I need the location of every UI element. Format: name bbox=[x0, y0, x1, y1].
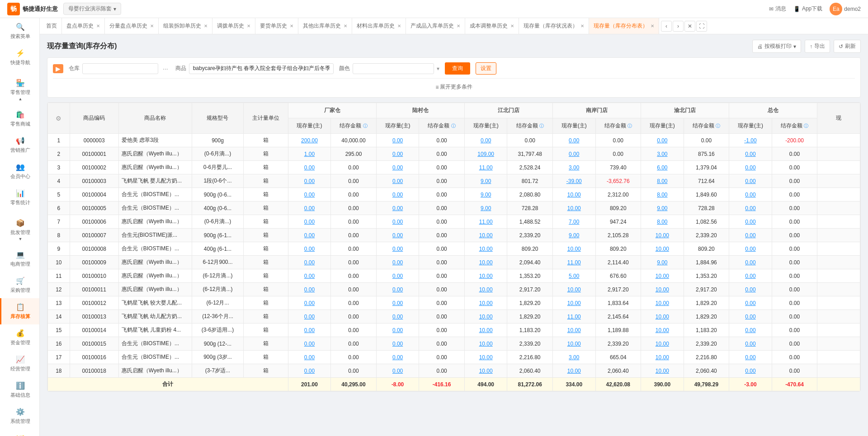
td-total-qty: 0.00 bbox=[729, 215, 772, 229]
app-download-action[interactable]: 📱 App下载 bbox=[793, 5, 822, 13]
sidebar-item-operations[interactable]: 📈 经营管理 bbox=[0, 351, 39, 377]
gear-icon[interactable]: ⚙ bbox=[56, 115, 61, 122]
tab-spot[interactable]: 盘点单历史 ✕ bbox=[62, 18, 105, 34]
tab-home[interactable]: 首页 bbox=[42, 18, 62, 34]
filter-collapse-btn[interactable]: ▶ bbox=[53, 64, 63, 73]
th-jb: 江北门店 bbox=[464, 103, 552, 118]
td-yb-amt: 1,829.20 bbox=[684, 296, 729, 310]
export-icon: ↑ bbox=[810, 43, 812, 50]
td-lu-amt: 0.00 bbox=[419, 134, 464, 147]
color-input[interactable] bbox=[353, 63, 434, 74]
color-dropdown-icon: ▾ bbox=[437, 66, 439, 72]
tab-cost-adj[interactable]: 成本调整单历史 ✕ bbox=[465, 18, 519, 34]
total-extra bbox=[817, 378, 860, 391]
td-jb-amt: 31,797.48 bbox=[507, 147, 552, 161]
sidebar-item-enterprise[interactable]: 🤝 企业协同 bbox=[0, 429, 39, 436]
sidebar-item-wholesale[interactable]: 📦 批发管理 ▼ bbox=[0, 214, 39, 246]
search-button[interactable]: 查询 bbox=[445, 62, 470, 75]
tab-spot-dist[interactable]: 分量盘点单历史 ✕ bbox=[105, 18, 159, 34]
industry-selector[interactable]: 母婴行业演示陈套 ▾ bbox=[63, 3, 121, 15]
tab-product-in[interactable]: 产成品入库单历史 ✕ bbox=[406, 18, 465, 34]
tab-other-out[interactable]: 其他出库单历史 ✕ bbox=[298, 18, 352, 34]
tab-product-in-close[interactable]: ✕ bbox=[457, 23, 460, 28]
tab-transfer-close[interactable]: ✕ bbox=[247, 23, 250, 28]
td-jb-qty: 10.00 bbox=[464, 351, 507, 364]
tab-stock-dist[interactable]: 现存量（库存分布表） ✕ bbox=[589, 18, 659, 34]
message-label: 消息 bbox=[775, 5, 786, 13]
tab-spot-close[interactable]: ✕ bbox=[96, 23, 100, 28]
sidebar-item-retail-store[interactable]: 🛍️ 零售商城 bbox=[0, 106, 39, 132]
tab-requisition[interactable]: 要货单历史 ✕ bbox=[255, 18, 298, 34]
sidebar-item-purchase[interactable]: 🛒 采购管理 bbox=[0, 272, 39, 298]
td-na-amt: 2,145.64 bbox=[595, 310, 641, 323]
tab-spot-dist-label: 分量盘点单历史 bbox=[109, 22, 147, 30]
td-jb-amt: 2,094.40 bbox=[507, 256, 552, 269]
sidebar-item-retail[interactable]: 🏪 零售管理 ▲ bbox=[0, 74, 39, 106]
industry-label: 母婴行业演示陈套 bbox=[68, 5, 112, 13]
tab-material-out-close[interactable]: ✕ bbox=[397, 23, 401, 28]
tab-stock-status[interactable]: 现存量（库存状况表） ✕ bbox=[519, 18, 589, 34]
td-yb-amt: 1,379.04 bbox=[684, 161, 729, 174]
sidebar-item-ecommerce[interactable]: 💻 电商管理 bbox=[0, 246, 39, 272]
sidebar-item-member[interactable]: 👥 会员中心 bbox=[0, 158, 39, 184]
message-action[interactable]: ✉ 消息 bbox=[769, 5, 786, 13]
tab-bar: 首页 盘点单历史 ✕ 分量盘点单历史 ✕ 组装拆卸单历史 ✕ 调拨单历史 ✕ 要… bbox=[40, 18, 868, 34]
td-jb-amt: 809.20 bbox=[507, 242, 552, 256]
td-yb-qty: 10.00 bbox=[641, 364, 684, 378]
sidebar-item-marketing[interactable]: 📢 营销推广 bbox=[0, 132, 39, 158]
total-yb-amt: 49,798.29 bbox=[684, 378, 729, 391]
td-total-amt: 0.00 bbox=[772, 351, 817, 364]
tab-cost-adj-close[interactable]: ✕ bbox=[510, 23, 514, 28]
username: demo2 bbox=[844, 6, 861, 12]
expand-btn[interactable]: ≡ 展开更多条件 bbox=[432, 81, 476, 93]
td-fac-amt: 0.00 bbox=[331, 215, 376, 229]
tab-close-all-btn[interactable]: ✕ bbox=[684, 21, 695, 32]
print-button[interactable]: 🖨 按模板打印 ▾ bbox=[752, 40, 801, 53]
sidebar-item-finance[interactable]: 💰 资金管理 bbox=[0, 324, 39, 351]
table-row: 8 00100007 合生元(BIOSTIME)派... 900g (6-1..… bbox=[48, 229, 860, 242]
tab-expand-btn[interactable]: ⛶ bbox=[696, 21, 707, 32]
export-button[interactable]: ↑ 导出 bbox=[805, 40, 830, 53]
tab-transfer[interactable]: 调拨单历史 ✕ bbox=[212, 18, 255, 34]
tab-stock-dist-close[interactable]: ✕ bbox=[651, 23, 654, 28]
td-fac-amt: 0.00 bbox=[331, 269, 376, 283]
warehouse-dots-btn[interactable]: ··· bbox=[161, 65, 170, 72]
tab-combo-close[interactable]: ✕ bbox=[204, 23, 208, 28]
sidebar-item-inventory[interactable]: 📋 库存核算 bbox=[0, 298, 39, 324]
refresh-button[interactable]: ↺ 刷新 bbox=[834, 40, 861, 53]
td-yb-amt: 1,884.96 bbox=[684, 256, 729, 269]
tab-other-out-close[interactable]: ✕ bbox=[344, 23, 347, 28]
td-lu-qty: 0.00 bbox=[376, 337, 419, 351]
tab-spot-dist-close[interactable]: ✕ bbox=[150, 23, 154, 28]
td-lu-qty: 0.00 bbox=[376, 364, 419, 378]
tab-stock-status-close[interactable]: ✕ bbox=[580, 23, 584, 28]
table-row: 4 00100003 飞鹤星飞帆 婴儿配方奶... 1段(0-6个... 箱 0… bbox=[48, 174, 860, 188]
td-yb-amt: 1,849.60 bbox=[684, 188, 729, 202]
td-unit: 箱 bbox=[243, 256, 288, 269]
tab-prev-btn[interactable]: ‹ bbox=[661, 21, 672, 32]
td-na-qty: 10.00 bbox=[552, 242, 595, 256]
sidebar-item-shortcuts[interactable]: ⚡ 快捷导航 bbox=[0, 44, 39, 70]
td-jb-qty: 109.00 bbox=[464, 147, 507, 161]
td-fac-qty: 0.00 bbox=[288, 283, 331, 296]
settings-button[interactable]: 设置 bbox=[476, 62, 496, 75]
tab-combo[interactable]: 组装拆卸单历史 ✕ bbox=[159, 18, 212, 34]
th-lu-amt: 结存金额 ⓘ bbox=[419, 118, 464, 134]
sidebar-item-search[interactable]: 🔍 搜索英单 bbox=[0, 18, 39, 44]
product-input[interactable] bbox=[189, 63, 334, 74]
warehouse-input[interactable] bbox=[82, 63, 158, 74]
td-code: 00100016 bbox=[70, 351, 118, 364]
user-area[interactable]: Ea demo2 bbox=[830, 3, 861, 15]
tab-requisition-close[interactable]: ✕ bbox=[290, 23, 293, 28]
sidebar-item-system[interactable]: ⚙️ 系统管理 bbox=[0, 403, 39, 429]
sidebar-item-retail-stats[interactable]: 📊 零售统计 bbox=[0, 184, 39, 211]
td-na-qty: 10.00 bbox=[552, 296, 595, 310]
td-lu-qty: 0.00 bbox=[376, 202, 419, 215]
tab-material-out[interactable]: 材料出库单历史 ✕ bbox=[352, 18, 406, 34]
tab-next-btn[interactable]: › bbox=[673, 21, 684, 32]
td-yb-amt: 0.00 bbox=[684, 134, 729, 147]
td-fac-amt: 0.00 bbox=[331, 202, 376, 215]
td-seq: 6 bbox=[48, 202, 70, 215]
sidebar-item-basic[interactable]: ℹ️ 基础信息 bbox=[0, 377, 39, 403]
td-unit: 箱 bbox=[243, 296, 288, 310]
